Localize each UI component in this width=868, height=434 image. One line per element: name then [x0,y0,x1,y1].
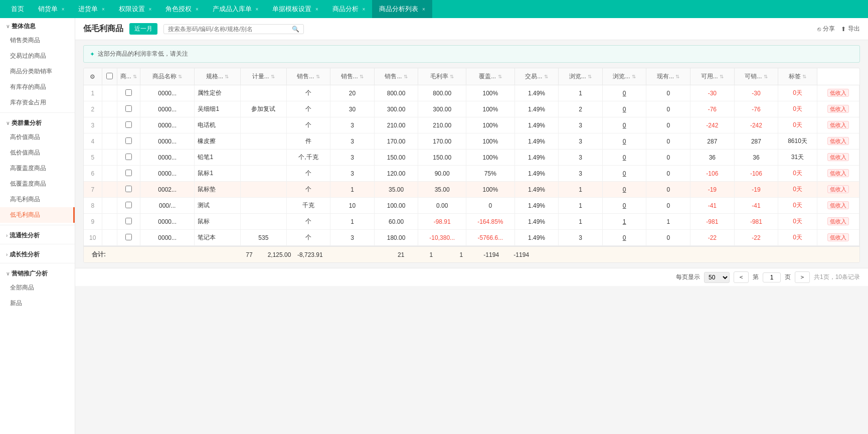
close-product-inbound-icon[interactable]: × [256,7,259,12]
name-column-header[interactable]: 商品名称 ⇅ [140,68,195,85]
row-browse1[interactable]: 1 [602,214,646,230]
close-template-icon[interactable]: × [315,7,318,12]
code-column-header[interactable]: 商... ⇅ [117,68,140,85]
nav-purchase-order[interactable]: 进货单 × [71,0,111,18]
sidebar-item-high-coverage[interactable]: 高覆盖度商品 [0,161,75,176]
sidebar-divider-1 [0,112,75,113]
row-checkbox[interactable] [125,105,132,112]
close-purchase-icon[interactable]: × [102,7,105,12]
tag-column-header[interactable]: 标签 ⇅ [778,68,817,85]
row-sales-profit: -98.91 [418,214,466,230]
nav-analysis-list[interactable]: 商品分析列表 × [372,0,432,18]
browse1-link[interactable]: 0 [623,234,626,241]
row-browse1[interactable]: 0 [602,150,646,166]
sidebar-group-cluster[interactable]: ∨ 类群量分析 [0,115,75,129]
settings-column-header[interactable]: ⚙ [84,68,102,85]
browse1-link[interactable]: 0 [623,138,626,145]
coverage-column-header[interactable]: 覆盖... ⇅ [466,68,515,85]
close-analysis-icon[interactable]: × [362,7,365,12]
browse1-link[interactable]: 0 [623,170,626,177]
sidebar-item-high-margin[interactable]: 高毛利商品 [0,192,75,207]
sidebar-item-all-goods[interactable]: 全部商品 [0,280,75,296]
row-checkbox[interactable] [125,170,132,176]
browse1-link[interactable]: 0 [623,202,626,209]
nav-sales-order[interactable]: 销货单 × [31,0,71,18]
row-browse1[interactable]: 0 [602,117,646,133]
row-sales-count: 10 [330,198,375,214]
nav-template-settings[interactable]: 单据模板设置 × [265,0,325,18]
row-checkbox[interactable] [125,154,132,160]
search-icon[interactable]: 🔍 [292,26,299,33]
row-checkbox[interactable] [125,234,132,240]
nav-permissions[interactable]: 权限设置 × [112,0,158,18]
close-permissions-icon[interactable]: × [149,7,152,12]
row-checkbox[interactable] [125,202,132,208]
prev-page-button[interactable]: ＜ [734,271,749,283]
row-available: 36 [734,150,778,166]
available-column-header[interactable]: 可用... ⇅ [690,68,735,85]
current-stock-column-header[interactable]: 现有... ⇅ [646,68,690,85]
row-checkbox[interactable] [125,121,132,128]
sidebar-group-growth[interactable]: › 成长性分析 [0,246,75,261]
checkbox-column-header[interactable] [102,68,117,85]
close-role-auth-icon[interactable]: × [196,7,199,12]
sidebar-item-sales-goods[interactable]: 销售类商品 [0,33,75,48]
next-page-button[interactable]: ＞ [795,271,810,283]
sellable-column-header[interactable]: 可销... ⇅ [734,68,778,85]
sidebar-group-marketing[interactable]: ∨ 营销推广分析 [0,265,75,280]
browse1-link[interactable]: 0 [623,186,626,193]
trade-column-header[interactable]: 交易... ⇅ [514,68,559,85]
row-trade: 1 [559,85,603,101]
sidebar-item-high-value[interactable]: 高价值商品 [0,129,75,145]
nav-home[interactable]: 首页 [4,0,31,18]
browse2-column-header[interactable]: 浏览... ⇅ [602,68,646,85]
time-filter-button[interactable]: 近一月 [129,23,157,35]
sidebar-group-overall[interactable]: ∨ 整体信息 [0,18,75,33]
browse1-link[interactable]: 0 [623,90,626,97]
row-sales-profit: 150.00 [418,150,466,166]
close-analysis-list-icon[interactable]: × [422,7,425,12]
settings-icon[interactable]: ⚙ [90,73,95,80]
row-checkbox[interactable] [125,137,132,144]
sidebar-item-new-goods[interactable]: 新品 [0,296,75,311]
sidebar-group-circulation[interactable]: › 流通性分析 [0,227,75,242]
row-checkbox[interactable] [125,186,132,192]
search-input[interactable] [168,26,292,33]
browse1-link[interactable]: 0 [623,106,626,113]
browse1-link[interactable]: 0 [623,154,626,161]
share-button[interactable]: ⎋ 分享 [817,25,835,33]
sidebar-item-traded-goods[interactable]: 交易过的商品 [0,48,75,64]
sidebar-item-stock-goods[interactable]: 有库存的商品 [0,79,75,95]
browse1-column-header[interactable]: 浏览... ⇅ [559,68,603,85]
sales-count-column-header[interactable]: 销售... ⇅ [286,68,330,85]
row-checkbox[interactable] [125,218,132,224]
row-browse1[interactable]: 0 [602,166,646,182]
page-size-select[interactable]: 50 20 100 [704,272,730,283]
sales-amount-column-header[interactable]: 销售... ⇅ [330,68,375,85]
unit-column-header[interactable]: 计量... ⇅ [241,68,287,85]
row-browse1[interactable]: 0 [602,198,646,214]
row-checkbox[interactable] [125,89,132,96]
export-button[interactable]: ⬆ 导出 [841,25,860,33]
nav-product-analysis[interactable]: 商品分析 × [325,0,372,18]
row-browse1[interactable]: 0 [602,133,646,150]
sidebar-item-low-coverage[interactable]: 低覆盖度商品 [0,176,75,192]
browse1-link[interactable]: 0 [623,122,626,129]
page-number-input[interactable] [763,272,781,282]
nav-product-inbound[interactable]: 产成品入库单 × [206,0,265,18]
browse1-link[interactable]: 1 [623,218,626,225]
sidebar-item-low-margin[interactable]: 低毛利商品 [0,207,75,223]
sidebar-item-stock-capital[interactable]: 库存资金占用 [0,95,75,110]
sales-profit-column-header[interactable]: 销售... ⇅ [374,68,418,85]
sidebar-item-low-value[interactable]: 低价值商品 [0,145,75,161]
sidebar-item-category-rate[interactable]: 商品分类助销率 [0,64,75,79]
row-browse1[interactable]: 0 [602,230,646,246]
row-browse1[interactable]: 0 [602,182,646,198]
gross-margin-column-header[interactable]: 毛利率 ⇅ [418,68,466,85]
row-browse1[interactable]: 0 [602,101,646,117]
nav-role-auth[interactable]: 角色授权 × [158,0,205,18]
spec-column-header[interactable]: 规格... ⇅ [195,68,241,85]
row-browse1[interactable]: 0 [602,85,646,101]
select-all-checkbox[interactable] [106,73,113,79]
close-sales-order-icon[interactable]: × [62,7,65,12]
